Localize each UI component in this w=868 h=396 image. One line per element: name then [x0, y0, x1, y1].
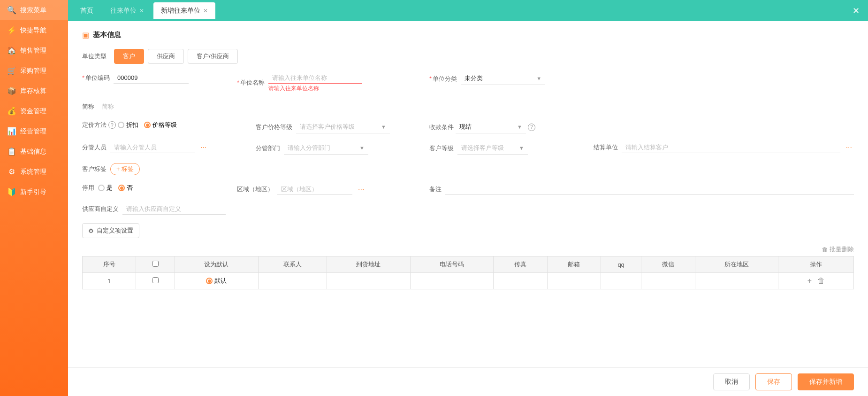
purchase-icon: 🛒 [7, 66, 16, 75]
sidebar-item-label: 快捷导航 [20, 26, 46, 35]
delete-row-button[interactable]: 🗑 [815, 276, 827, 286]
remarks-input[interactable] [445, 184, 854, 195]
custom-settings-button[interactable]: ⚙ 自定义项设置 [82, 223, 139, 238]
supplier-custom-field: 供应商自定义 [82, 203, 270, 215]
unit-type-customer[interactable]: 客户 [114, 49, 144, 64]
system-icon: ⚙ [7, 167, 16, 176]
disable-yes-label: 是 [107, 184, 113, 192]
custom-settings-label: 自定义项设置 [97, 226, 133, 235]
customer-price-select[interactable]: 请选择客户价格等级 ▼ [296, 121, 390, 133]
customer-price-label: 客户价格等级 [256, 123, 292, 132]
sidebar-item-label: 系统管理 [20, 168, 46, 176]
settlement-more-btn[interactable]: ··· [844, 143, 854, 152]
row-checkbox[interactable] [152, 277, 159, 283]
tab-home[interactable]: 首页 [73, 2, 101, 19]
remarks-field: 备注 [429, 184, 854, 195]
window-close-icon[interactable]: ✕ [849, 6, 863, 16]
sidebar-item-basic-info[interactable]: 📋 基础信息 [0, 141, 68, 162]
cell-checkbox [136, 273, 175, 289]
disable-no[interactable]: 否 [118, 184, 133, 192]
save-button[interactable]: 保存 [755, 373, 792, 390]
sidebar-item-purchase[interactable]: 🛒 采购管理 [0, 61, 68, 81]
pricing-label: 定价方法 [82, 121, 107, 129]
sidebar-item-inventory[interactable]: 📦 库存核算 [0, 81, 68, 101]
manager-input[interactable] [110, 142, 195, 153]
unit-type-field: 单位类型 客户 供应商 客户/供应商 [82, 49, 238, 64]
region-input[interactable] [277, 184, 352, 195]
contacts-table: 序号 设为默认 联系人 到货地址 电话号码 传真 邮箱 qq 微信 所在地区 操… [82, 256, 854, 289]
settlement-label: 结算单位 [594, 143, 618, 152]
operations-icon: 📊 [7, 127, 16, 136]
batch-delete-icon: 🗑 [822, 246, 828, 253]
sidebar: 🔍 搜索菜单 ⚡ 快捷导航 🏠 销售管理 🛒 采购管理 📦 库存核算 💰 资金管… [0, 0, 68, 396]
payment-chevron: ▼ [517, 124, 522, 130]
sidebar-item-sales[interactable]: 🏠 销售管理 [0, 40, 68, 61]
unit-type-supplier[interactable]: 供应商 [148, 49, 184, 64]
disable-label: 停用 [82, 184, 94, 192]
sidebar-item-guide[interactable]: 🔰 新手引导 [0, 182, 68, 202]
region-more-btn[interactable]: ··· [356, 185, 366, 194]
supplier-custom-row: 供应商自定义 [82, 203, 854, 215]
sidebar-item-label: 销售管理 [20, 47, 46, 55]
pricing-level[interactable]: 价格等级 [144, 121, 177, 129]
unit-type-row: 单位类型 客户 供应商 客户/供应商 [82, 49, 854, 64]
settlement-input[interactable] [622, 142, 840, 153]
sales-icon: 🏠 [7, 46, 16, 55]
remarks-label: 备注 [429, 185, 442, 194]
pricing-discount[interactable]: 折扣 [118, 121, 138, 129]
sidebar-item-quick-nav[interactable]: ⚡ 快捷导航 [0, 20, 68, 40]
default-radio-dot [208, 280, 211, 283]
tag-row: 客户标签 + 标签 [82, 163, 854, 175]
tab-new-counterparty[interactable]: 新增往来单位 ✕ [153, 2, 215, 19]
unit-name-input[interactable] [268, 72, 362, 84]
tab-counterparty-close[interactable]: ✕ [139, 8, 144, 14]
abbr-row: 简称 [82, 101, 854, 112]
save-new-button[interactable]: 保存并新增 [798, 373, 854, 390]
abbr-input[interactable] [98, 101, 173, 112]
sidebar-item-system[interactable]: ⚙ 系统管理 [0, 162, 68, 182]
unit-type-label: 单位类型 [82, 52, 107, 61]
unit-code-field: *单位编码 [82, 72, 223, 84]
select-all-checkbox[interactable] [152, 261, 159, 267]
tab-new-counterparty-close[interactable]: ✕ [203, 8, 208, 14]
supplier-custom-input[interactable] [122, 203, 226, 215]
disable-no-label: 否 [127, 184, 133, 192]
unit-type-both[interactable]: 客户/供应商 [188, 49, 238, 64]
unit-type-buttons: 客户 供应商 客户/供应商 [114, 49, 238, 64]
manager-more-btn[interactable]: ··· [198, 143, 208, 152]
unit-category-select[interactable]: 未分类 ▼ [461, 72, 545, 85]
sidebar-item-operations[interactable]: 📊 经营管理 [0, 121, 68, 141]
col-contact: 联系人 [258, 256, 327, 273]
cell-qq [601, 273, 641, 289]
section-header: ▣ 基本信息 [82, 31, 854, 39]
dept-select[interactable]: 请输入分管部门 ▼ [284, 142, 368, 155]
payment-select[interactable]: 现结 ▼ [456, 121, 526, 133]
col-fax: 传真 [494, 256, 547, 273]
cancel-button[interactable]: 取消 [713, 373, 750, 390]
unit-code-label: *单位编码 [82, 74, 110, 82]
payment-help-icon[interactable]: ? [528, 124, 535, 131]
tab-counterparty[interactable]: 往来单位 ✕ [103, 2, 152, 19]
cell-seq: 1 [83, 273, 136, 289]
batch-delete-label[interactable]: 批量删除 [830, 245, 854, 254]
default-radio-item[interactable]: 默认 [206, 277, 227, 285]
tag-label: 客户标签 [82, 165, 107, 173]
disable-yes[interactable]: 是 [98, 184, 113, 192]
unit-code-input[interactable] [114, 72, 189, 84]
cell-default: 默认 [175, 273, 259, 289]
sidebar-item-search[interactable]: 🔍 搜索菜单 [0, 0, 68, 20]
customer-level-label: 客户等级 [429, 144, 454, 153]
col-actions: 操作 [778, 256, 854, 273]
pricing-help-icon[interactable]: ? [108, 121, 116, 129]
customer-level-select[interactable]: 请选择客户等级 ▼ [457, 142, 528, 155]
col-wechat: 微信 [641, 256, 695, 273]
add-row-button[interactable]: + [806, 276, 814, 286]
table-header-row: 序号 设为默认 联系人 到货地址 电话号码 传真 邮箱 qq 微信 所在地区 操… [83, 256, 854, 273]
unit-category-field: *单位分类 未分类 ▼ [429, 72, 579, 85]
disable-no-radio [118, 185, 125, 191]
customer-price-chevron: ▼ [381, 124, 386, 130]
col-checkbox [136, 256, 175, 273]
sidebar-item-finance[interactable]: 💰 资金管理 [0, 101, 68, 121]
disable-radio-group: 是 否 [98, 184, 133, 192]
add-tag-button[interactable]: + 标签 [110, 163, 140, 175]
